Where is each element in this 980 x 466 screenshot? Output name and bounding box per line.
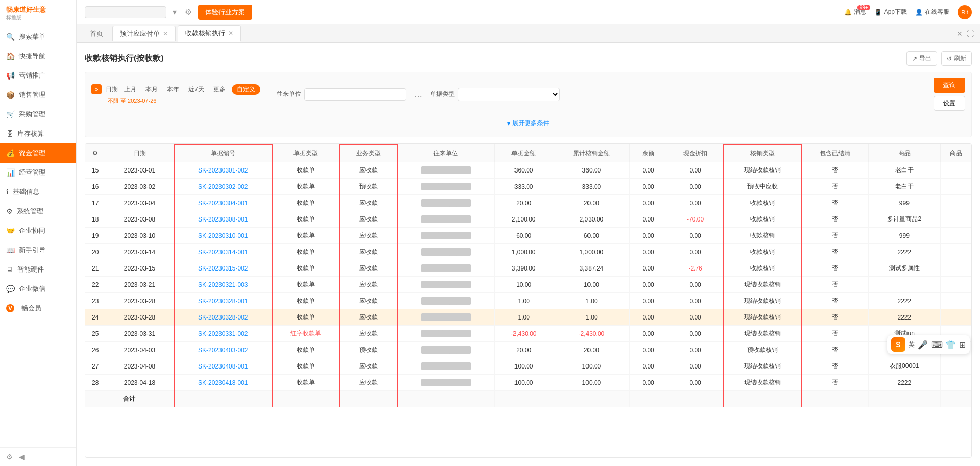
sidebar-item-label: 新手引导 (19, 246, 45, 255)
user-avatar[interactable]: Rit (958, 5, 972, 19)
settings-bottom-icon[interactable]: ⚙ (6, 453, 13, 461)
float-shirt-icon[interactable]: 👕 (946, 340, 956, 350)
sidebar-item-marketing[interactable]: 📢 营销推广 (0, 66, 76, 85)
doc-no-link[interactable]: SK-20230314-001 (198, 249, 248, 256)
float-grid-icon[interactable]: ⊞ (959, 340, 966, 350)
sidebar-item-member[interactable]: V 畅会员 (0, 299, 76, 318)
sidebar-item-wechat[interactable]: 💬 企业微信 (0, 279, 76, 299)
cell-partner: ████████ (397, 375, 494, 391)
refresh-button[interactable]: ↺ 刷新 (941, 51, 972, 66)
cell-product: 2222 (868, 293, 940, 309)
dropdown-icon[interactable]: ▾ (170, 5, 179, 19)
cell-date: 2023-03-15 (106, 260, 174, 277)
sidebar-item-system[interactable]: ⚙ 系统管理 (0, 202, 76, 221)
app-download-item[interactable]: 📱 App下载 (874, 8, 907, 16)
notification-item[interactable]: 🔔 消息 99+ (844, 8, 866, 16)
summary-spacer (174, 391, 272, 407)
filter-more[interactable]: 更多 (210, 84, 229, 95)
query-button[interactable]: 查询 (934, 78, 965, 93)
cell-product: 多计量商品2 (868, 211, 940, 228)
summary-partner (397, 391, 494, 407)
cell-product: 2222 (868, 375, 940, 391)
summary-amount (494, 391, 553, 407)
table-container[interactable]: ⚙ 日期 单据编号 单据类型 业务类型 往来单位 单据金额 累计核销金额 余额 … (85, 143, 972, 458)
doc-no-link[interactable]: SK-20230328-001 (198, 298, 248, 305)
cell-balance: 0.00 (630, 211, 667, 228)
partner-input[interactable] (304, 88, 406, 101)
solution-button[interactable]: 体验行业方案 (198, 5, 252, 20)
table-row: 20 2023-03-14 SK-20230314-001 收款单 应收款 ██… (85, 244, 971, 260)
filter-this-month[interactable]: 本月 (142, 84, 161, 95)
doc-no-link[interactable]: SK-20230408-001 (198, 363, 248, 370)
tab-collection[interactable]: 收款核销执行 ✕ (178, 25, 241, 42)
sidebar-item-operations[interactable]: 📊 经营管理 (0, 163, 76, 182)
online-service-item[interactable]: 👤 在线客服 (915, 8, 949, 16)
doc-no-link[interactable]: SK-20230321-003 (198, 281, 248, 288)
sidebar-item-purchase[interactable]: 🛒 采购管理 (0, 105, 76, 124)
filter-7days[interactable]: 近7天 (185, 84, 207, 95)
s-icon[interactable]: S (891, 337, 905, 352)
doc-no-link[interactable]: SK-20230403-002 (198, 347, 248, 354)
sidebar-item-sales[interactable]: 📦 销售管理 (0, 85, 76, 105)
cell-discount: 0.00 (667, 162, 724, 179)
doc-no-link[interactable]: SK-20230310-001 (198, 232, 248, 239)
tab-collection-close[interactable]: ✕ (228, 30, 233, 37)
export-button[interactable]: ↗ 导出 (906, 51, 937, 66)
filter-this-year[interactable]: 本年 (164, 84, 182, 95)
summary-includes (801, 391, 868, 407)
tab-close-all-btn[interactable]: ✕ (957, 30, 963, 38)
cell-balance: 0.00 (630, 358, 667, 375)
filter-date-hint: 不限 至 2023-07-26 (108, 97, 156, 104)
table-row: 24 2023-03-28 SK-20230328-002 收款单 应收款 ██… (85, 309, 971, 326)
filter-dots-btn[interactable]: ... (412, 89, 424, 100)
cell-includes-settled: 否 (801, 195, 868, 211)
sidebar-item-search[interactable]: 🔍 搜索菜单 (0, 27, 76, 46)
th-settings[interactable]: ⚙ (85, 144, 106, 162)
settings-icon[interactable]: ⚙ (183, 5, 194, 19)
tab-home[interactable]: 首页 (83, 26, 110, 41)
sidebar-item-inventory[interactable]: 🗄 库存核算 (0, 124, 76, 143)
sidebar-item-hardware[interactable]: 🖥 智能硬件 (0, 260, 76, 279)
sidebar-item-finance[interactable]: 💰 资金管理 (0, 143, 76, 163)
tab-bar-right: ✕ ⛶ (957, 30, 974, 38)
data-table: ⚙ 日期 单据编号 单据类型 业务类型 往来单位 单据金额 累计核销金额 余额 … (85, 144, 971, 407)
top-search-input[interactable] (85, 6, 166, 18)
doc-no-link[interactable]: SK-20230315-002 (198, 265, 248, 272)
float-keyboard-icon[interactable]: ⌨ (931, 340, 943, 350)
filter-last-month[interactable]: 上月 (121, 84, 139, 95)
sidebar-item-guide[interactable]: 📖 新手引导 (0, 240, 76, 260)
cell-verified: 1.00 (553, 293, 630, 309)
cell-index: 16 (85, 179, 106, 195)
tab-receivable[interactable]: 预计应应付单 ✕ (112, 26, 176, 41)
cell-amount: 3,390.00 (494, 260, 553, 277)
tab-maximize-btn[interactable]: ⛶ (967, 30, 974, 38)
sidebar-item-enterprise[interactable]: 🤝 企业协同 (0, 221, 76, 240)
cell-amount: 60.00 (494, 228, 553, 244)
doc-no-link[interactable]: SK-20230301-002 (198, 167, 248, 174)
cell-partner: ████████ (397, 326, 494, 342)
collapse-icon[interactable]: ◀ (19, 453, 24, 461)
doc-no-link[interactable]: SK-20230418-001 (198, 379, 248, 386)
member-icon: V (6, 304, 14, 312)
filter-custom-btn[interactable]: 自定义 (232, 84, 260, 95)
cell-verified: 60.00 (553, 228, 630, 244)
th-doc-type: 单据类型 (272, 144, 339, 162)
cell-verified: 333.00 (553, 179, 630, 195)
doc-no-link[interactable]: SK-20230331-002 (198, 330, 248, 337)
receipt-type-select[interactable] (458, 88, 560, 101)
tab-receivable-close[interactable]: ✕ (163, 30, 168, 37)
expand-conditions-btn[interactable]: ▾ 展开更多条件 (507, 119, 549, 128)
cell-biz-type: 应收款 (339, 244, 397, 260)
sidebar-item-quicknav[interactable]: 🏠 快捷导航 (0, 46, 76, 66)
sidebar-item-basic[interactable]: ℹ 基础信息 (0, 182, 76, 202)
cell-verify-type: 预收款核销 (724, 342, 801, 358)
doc-no-link[interactable]: SK-20230302-002 (198, 183, 248, 190)
float-mic-icon[interactable]: 🎤 (918, 340, 928, 350)
doc-no-link[interactable]: SK-20230328-002 (198, 314, 248, 321)
bell-icon: 🔔 (844, 9, 852, 16)
filter-toggle-btn[interactable]: » (91, 84, 102, 94)
settings-button[interactable]: 设置 (934, 96, 965, 111)
sidebar-item-label: 营销推广 (19, 71, 45, 80)
doc-no-link[interactable]: SK-20230304-001 (198, 200, 248, 207)
doc-no-link[interactable]: SK-20230308-001 (198, 216, 248, 223)
